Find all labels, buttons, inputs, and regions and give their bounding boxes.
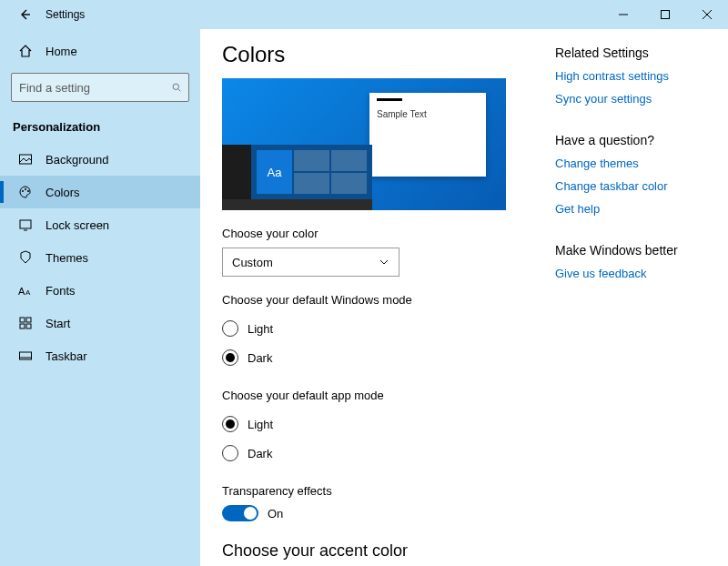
svg-rect-6 (20, 220, 31, 228)
link-get-help[interactable]: Get help (555, 202, 710, 216)
themes-icon (18, 250, 33, 265)
search-box[interactable] (11, 73, 189, 102)
link-feedback[interactable]: Give us feedback (555, 267, 710, 280)
radio-icon (222, 445, 238, 461)
color-preview: Sample Text Aa (222, 78, 506, 210)
sidebar-item-taskbar[interactable]: Taskbar (0, 339, 200, 372)
fonts-icon: AA (18, 283, 33, 298)
choose-color-value: Custom (232, 256, 273, 269)
close-button[interactable] (686, 0, 728, 29)
radio-icon (222, 416, 238, 432)
search-icon (172, 81, 181, 94)
svg-point-5 (27, 190, 29, 192)
sidebar-item-label: Taskbar (46, 349, 87, 363)
window-title: Settings (46, 8, 85, 21)
radio-label: Light (248, 322, 273, 336)
preview-taskbar: Aa (222, 145, 372, 210)
close-icon (703, 10, 712, 19)
home-label: Home (46, 45, 77, 58)
sidebar-item-fonts[interactable]: AA Fonts (0, 274, 200, 307)
maximize-icon (661, 10, 670, 19)
svg-point-3 (22, 190, 24, 192)
main-content: Colors Sample Text Aa Choose your color … (200, 29, 728, 566)
right-column: Related Settings High contrast settings … (555, 42, 710, 548)
sidebar-item-themes[interactable]: Themes (0, 241, 200, 274)
radio-icon (222, 320, 238, 337)
home-icon (18, 44, 33, 58)
question-title: Have a question? (555, 133, 710, 147)
windows-mode-label: Choose your default Windows mode (222, 293, 530, 307)
better-title: Make Windows better (555, 243, 710, 258)
radio-label: Light (248, 418, 273, 431)
link-change-taskbar-color[interactable]: Change taskbar color (555, 179, 710, 193)
svg-rect-10 (26, 318, 31, 322)
svg-text:A: A (25, 288, 31, 297)
titlebar: Settings (0, 0, 728, 29)
svg-rect-11 (20, 324, 25, 328)
sidebar-item-label: Start (46, 317, 70, 330)
preview-window: Sample Text (369, 93, 486, 177)
link-sync-settings[interactable]: Sync your settings (555, 92, 710, 106)
minimize-button[interactable] (602, 0, 644, 29)
lock-screen-icon (18, 217, 33, 232)
back-arrow-icon (18, 8, 31, 21)
svg-rect-0 (662, 11, 670, 19)
sidebar-item-label: Lock screen (46, 218, 109, 232)
home-nav[interactable]: Home (0, 36, 200, 67)
svg-rect-9 (20, 318, 25, 322)
svg-rect-12 (26, 324, 31, 328)
link-high-contrast[interactable]: High contrast settings (555, 69, 710, 83)
sidebar-item-label: Colors (46, 186, 80, 199)
preview-sample-text: Sample Text (377, 109, 427, 119)
app-mode-light[interactable]: Light (222, 409, 530, 439)
sidebar: Home Personalization Background Colors L… (0, 29, 200, 566)
chevron-down-icon (379, 257, 389, 268)
sidebar-item-colors[interactable]: Colors (0, 176, 200, 208)
transparency-value: On (268, 507, 283, 521)
related-settings-title: Related Settings (555, 45, 710, 60)
sidebar-item-label: Background (46, 153, 108, 167)
start-icon (18, 316, 33, 330)
maximize-button[interactable] (644, 0, 686, 29)
svg-rect-13 (20, 352, 32, 359)
svg-point-4 (25, 188, 26, 190)
transparency-toggle[interactable] (222, 505, 258, 521)
preview-aa: Aa (257, 150, 292, 194)
minimize-icon (619, 10, 628, 19)
radio-icon (222, 349, 238, 366)
app-mode-group: Light Dark (222, 409, 530, 468)
svg-point-1 (173, 84, 178, 89)
sidebar-item-label: Themes (46, 251, 88, 265)
sidebar-item-lock-screen[interactable]: Lock screen (0, 208, 200, 241)
windows-mode-light[interactable]: Light (222, 314, 530, 343)
svg-text:A: A (18, 286, 25, 297)
radio-label: Dark (248, 447, 272, 460)
taskbar-icon (18, 349, 33, 363)
transparency-label: Transparency effects (222, 484, 530, 498)
radio-label: Dark (248, 351, 272, 365)
choose-color-label: Choose your color (222, 227, 530, 240)
windows-mode-group: Light Dark (222, 314, 530, 372)
choose-color-select[interactable]: Custom (222, 248, 399, 277)
sidebar-item-start[interactable]: Start (0, 307, 200, 339)
sidebar-item-background[interactable]: Background (0, 143, 200, 176)
link-change-themes[interactable]: Change themes (555, 157, 710, 170)
sidebar-item-label: Fonts (46, 284, 76, 298)
section-title: Personalization (0, 116, 200, 143)
app-mode-label: Choose your default app mode (222, 389, 530, 402)
page-title: Colors (222, 42, 530, 67)
search-input[interactable] (19, 81, 172, 95)
image-icon (18, 152, 33, 167)
palette-icon (18, 185, 33, 199)
back-button[interactable] (18, 8, 31, 21)
windows-mode-dark[interactable]: Dark (222, 343, 530, 372)
accent-heading: Choose your accent color (222, 541, 530, 561)
app-mode-dark[interactable]: Dark (222, 439, 530, 468)
